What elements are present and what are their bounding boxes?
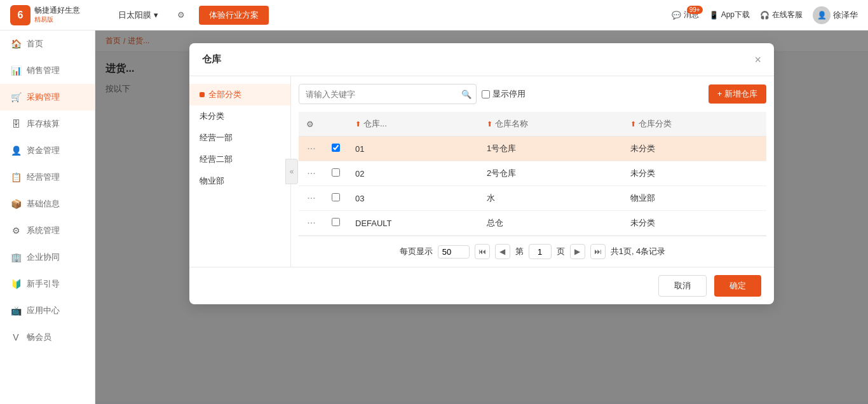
page-number-input[interactable] <box>529 244 552 259</box>
row-more-btn[interactable]: ··· <box>299 161 324 186</box>
row-code: 02 <box>348 161 479 186</box>
sidebar-item-appcenter[interactable]: 📺 应用中心 <box>0 297 95 324</box>
sidebar-item-enterprise[interactable]: 🏢 企业协同 <box>0 244 95 271</box>
row-name: 总仓 <box>479 211 623 236</box>
sidebar-label-operations: 经营管理 <box>27 172 60 183</box>
show-disabled-checkbox[interactable] <box>482 90 490 98</box>
show-disabled-checkbox-label[interactable]: 显示停用 <box>482 88 526 100</box>
sidebar-item-inventory[interactable]: 🗄 库存核算 <box>0 111 95 137</box>
sidebar-label-appcenter: 应用中心 <box>27 305 60 316</box>
row-checkbox-cell[interactable] <box>324 161 348 186</box>
mobile-icon: 📱 <box>709 11 719 20</box>
trial-button[interactable]: 体验行业方案 <box>199 6 269 25</box>
sidebar-label-purchase: 采购管理 <box>27 91 60 103</box>
row-code: 01 <box>348 137 479 161</box>
sidebar-label-guide: 新手引导 <box>27 278 60 290</box>
table-row[interactable]: ··· DEFAULT 总仓 未分类 <box>299 211 766 236</box>
sidebar-label-basic-info: 基础信息 <box>27 198 60 210</box>
table-body: ··· 01 1号仓库 未分类 ··· 02 2号仓库 未分类 ··· 03 水… <box>299 137 766 236</box>
search-input-wrap: 🔍 <box>299 84 477 104</box>
row-checkbox[interactable] <box>332 218 340 226</box>
modal-close-button[interactable]: × <box>754 54 761 65</box>
operations-icon: 📋 <box>10 172 22 183</box>
logo-icon: 6 <box>10 5 31 25</box>
row-category: 未分类 <box>623 211 766 236</box>
basic-info-icon: 📦 <box>10 198 22 210</box>
chevron-down-icon: ▾ <box>154 10 158 20</box>
prev-page-button[interactable]: ◀ <box>495 244 510 259</box>
th-category-label: 仓库分类 <box>639 118 672 130</box>
row-more-btn[interactable]: ··· <box>299 211 324 236</box>
search-icon[interactable]: 🔍 <box>461 90 471 99</box>
app-download-link[interactable]: 📱 App下载 <box>709 10 750 20</box>
row-checkbox[interactable] <box>332 168 340 177</box>
sidebar-item-home[interactable]: 🏠 首页 <box>0 30 95 57</box>
table-panel: 🔍 显示停用 + 新增仓库 ⚙ <box>291 76 774 267</box>
sidebar-item-vip[interactable]: V 畅会员 <box>0 324 95 351</box>
sidebar-item-basic-info[interactable]: 📦 基础信息 <box>0 191 95 217</box>
online-service-link[interactable]: 🎧 在线客服 <box>760 10 803 20</box>
row-checkbox-cell[interactable] <box>324 137 348 161</box>
tree-item-dept1[interactable]: 经营一部 <box>189 127 290 149</box>
add-warehouse-button[interactable]: + 新增仓库 <box>709 84 766 104</box>
sidebar-item-sales[interactable]: 📊 销售管理 <box>0 57 95 84</box>
sidebar-item-purchase[interactable]: 🛒 采购管理 <box>0 84 95 111</box>
page-size-select[interactable]: 50 10 20 100 <box>438 245 470 259</box>
user-area[interactable]: 👤 徐泽华 <box>813 6 858 24</box>
page-label: 页 <box>557 246 565 257</box>
warehouse-modal: 仓库 × 全部分类 未分类 经营一 <box>189 43 774 304</box>
sort-icon-code: ⬆ <box>355 120 361 128</box>
th-category[interactable]: ⬆ 仓库分类 <box>623 112 766 137</box>
messages-badge[interactable]: 💬 消息 99+ <box>672 10 699 20</box>
tree-label-dept2: 经营二部 <box>200 154 233 165</box>
row-more-btn[interactable]: ··· <box>299 186 324 211</box>
table-row[interactable]: ··· 02 2号仓库 未分类 <box>299 161 766 186</box>
sidebar-item-system[interactable]: ⚙ 系统管理 <box>0 217 95 244</box>
th-settings[interactable]: ⚙ <box>299 112 324 137</box>
sidebar-label-system: 系统管理 <box>27 225 60 236</box>
modal-footer: 取消 确定 <box>189 267 774 304</box>
page-size-label: 每页显示 <box>400 246 433 257</box>
sidebar-label-sales: 销售管理 <box>27 65 60 76</box>
inventory-icon: 🗄 <box>10 118 22 130</box>
row-checkbox[interactable] <box>332 193 340 201</box>
confirm-button[interactable]: 确定 <box>714 275 761 297</box>
row-checkbox-cell[interactable] <box>324 211 348 236</box>
th-code[interactable]: ⬆ 仓库... <box>348 112 479 137</box>
sidebar-item-operations[interactable]: 📋 经营管理 <box>0 164 95 191</box>
vip-icon: V <box>10 332 22 343</box>
logo-text: 畅捷通好生意 精易版 <box>34 6 80 25</box>
tree-dot-icon <box>200 92 205 97</box>
tree-collapse-button[interactable]: « <box>285 159 298 184</box>
first-page-button[interactable]: ⏮ <box>475 244 490 259</box>
sidebar-item-guide[interactable]: 🔰 新手引导 <box>0 271 95 297</box>
guide-icon: 🔰 <box>10 278 22 290</box>
cancel-button[interactable]: 取消 <box>658 275 707 297</box>
main-layout: 🏠 首页 📊 销售管理 🛒 采购管理 🗄 库存核算 👤 资金管理 📋 经营管理 … <box>0 30 868 404</box>
modal-title: 仓库 <box>202 53 221 65</box>
row-checkbox-cell[interactable] <box>324 186 348 211</box>
sidebar-item-finance[interactable]: 👤 资金管理 <box>0 137 95 164</box>
tree-item-unclassified[interactable]: 未分类 <box>189 105 290 127</box>
row-checkbox[interactable] <box>332 144 340 152</box>
system-icon: ⚙ <box>10 225 22 236</box>
message-count: 99+ <box>687 6 703 14</box>
th-name-label: 仓库名称 <box>495 118 528 130</box>
last-page-button[interactable]: ⏭ <box>590 244 606 259</box>
settings-icon[interactable]: ⚙ <box>171 5 191 25</box>
store-selector[interactable]: 日太阳膜 ▾ <box>113 10 163 21</box>
th-name[interactable]: ⬆ 仓库名称 <box>479 112 623 137</box>
table-row[interactable]: ··· 03 水 物业部 <box>299 186 766 211</box>
next-page-button[interactable]: ▶ <box>570 244 585 259</box>
warehouse-table: ⚙ ⬆ 仓库... <box>299 112 766 236</box>
search-input[interactable] <box>299 84 477 104</box>
logo-area: 6 畅捷通好生意 精易版 <box>10 5 105 25</box>
appcenter-icon: 📺 <box>10 305 22 316</box>
table-row[interactable]: ··· 01 1号仓库 未分类 <box>299 137 766 161</box>
row-more-btn[interactable]: ··· <box>299 137 324 161</box>
tree-item-all[interactable]: 全部分类 <box>189 84 290 105</box>
row-code: DEFAULT <box>348 211 479 236</box>
tree-item-property[interactable]: 物业部 <box>189 170 290 192</box>
pagination-bar: 每页显示 50 10 20 100 ⏮ ◀ <box>299 236 766 259</box>
tree-item-dept2[interactable]: 经营二部 <box>189 149 290 170</box>
